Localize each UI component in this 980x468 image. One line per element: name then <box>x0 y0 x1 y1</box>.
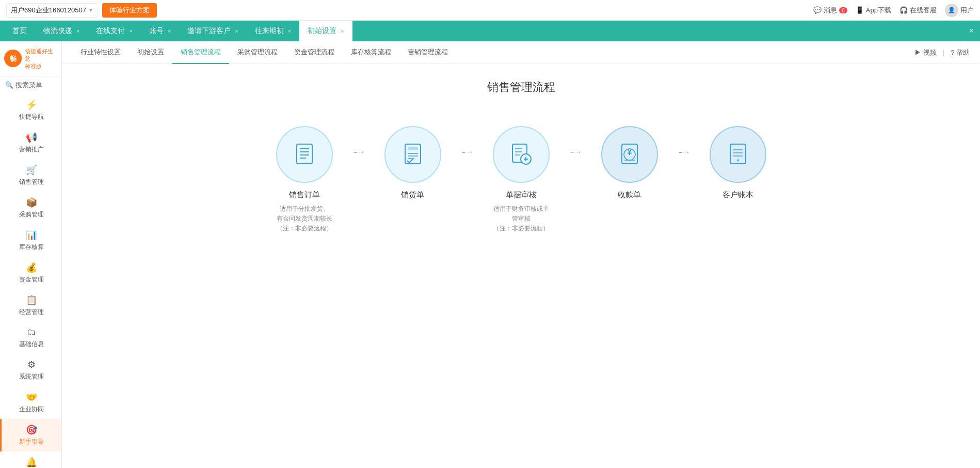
close-account-icon[interactable]: × <box>168 28 171 34</box>
subtab-init[interactable]: 初始设置 <box>129 41 172 64</box>
subtab-purchase-flow[interactable]: 采购管理流程 <box>229 41 286 64</box>
basic-info-label: 基础信息 <box>19 340 44 349</box>
flow-step-ledger: ¥ 客户账本 <box>697 126 779 204</box>
top-bar-left: 用户690企业1660120507 ▼ 体验行业方案 <box>6 3 157 18</box>
subtab-inventory-flow[interactable]: 库存核算流程 <box>343 41 399 64</box>
step4-name: 收款单 <box>618 190 641 200</box>
user-avatar[interactable]: 👤 用户 <box>945 4 974 17</box>
close-init-icon[interactable]: × <box>341 28 344 34</box>
close-period-icon[interactable]: × <box>288 28 291 34</box>
newbie-label: 新手引导 <box>19 438 44 446</box>
flow-circle-ledger: ¥ <box>710 126 766 183</box>
message-badge: 6 <box>839 7 847 13</box>
nav-tab-logistics-label: 物流快递 <box>43 26 72 36</box>
flow-arrow-1: ···→ <box>346 126 372 158</box>
nav-tab-period[interactable]: 往来期初 × <box>247 21 299 41</box>
close-all-tabs-button[interactable]: × <box>969 26 974 36</box>
newbie-icon: 🎯 <box>26 424 37 435</box>
divider: | <box>943 49 944 56</box>
sidebar-item-operation[interactable]: 📋 经营管理 <box>0 289 61 322</box>
subtab-inventory-flow-label: 库存核算流程 <box>351 48 391 56</box>
sidebar-item-basic-info[interactable]: 🗂 基础信息 <box>0 322 61 354</box>
sidebar-item-quick-nav[interactable]: ⚡ 快捷导航 <box>0 94 61 127</box>
step1-desc: 适用于分批发货、有合同发货周期较长（注：非必要流程） <box>277 204 332 234</box>
subtab-industry-label: 行业特性设置 <box>81 48 121 56</box>
subtab-marketing-flow[interactable]: 营销管理流程 <box>399 41 456 64</box>
nav-tab-period-label: 往来期初 <box>255 26 284 36</box>
online-service-button[interactable]: 🎧 在线客服 <box>899 6 937 15</box>
sidebar-item-inventory[interactable]: 📊 库存核算 <box>0 224 61 257</box>
avatar: 👤 <box>945 4 958 17</box>
inventory-icon: 📊 <box>26 229 37 241</box>
close-payment-icon[interactable]: × <box>129 28 132 34</box>
nav-tab-invite[interactable]: 邀请下游客户 × <box>179 21 246 41</box>
nav-tab-home-label: 首页 <box>12 26 27 36</box>
nav-tab-init[interactable]: 初始设置 × <box>299 21 352 41</box>
nav-tab-payment-label: 在线支付 <box>96 26 125 36</box>
arrow-4-icon: ···→ <box>678 147 689 158</box>
logo-text: 畅捷通好生意 标准版 <box>25 48 57 70</box>
message-label: 消息 <box>824 6 837 15</box>
top-bar: 用户690企业1660120507 ▼ 体验行业方案 💬 消息 6 📱 App下… <box>0 0 980 21</box>
sidebar-item-appstore[interactable]: 🔔 应用中心 <box>0 451 61 468</box>
close-logistics-icon[interactable]: × <box>76 28 79 34</box>
subtab-marketing-flow-label: 营销管理流程 <box>408 48 448 56</box>
sidebar-search[interactable]: 🔍 搜索菜单 <box>0 76 61 94</box>
subtab-industry[interactable]: 行业特性设置 <box>72 41 129 64</box>
finance-icon: 💰 <box>26 262 37 273</box>
video-icon: ▶ <box>914 49 921 56</box>
marketing-icon: 📢 <box>26 132 37 143</box>
quick-nav-label: 快捷导航 <box>19 113 44 121</box>
user-name: 用户 <box>960 6 974 15</box>
help-label: 帮助 <box>956 49 970 56</box>
flow-title: 销售管理流程 <box>487 80 555 95</box>
arrow-1-icon: ···→ <box>353 147 364 158</box>
step3-desc: 适用于财务审核或主管审核（注：非必要流程） <box>493 204 549 234</box>
flow-circle-audit <box>493 126 550 183</box>
sidebar-item-system[interactable]: ⚙ 系统管理 <box>0 354 61 386</box>
user-label: 用户690企业1660120507 <box>11 6 86 15</box>
nav-tab-payment[interactable]: 在线支付 × <box>88 21 140 41</box>
message-button[interactable]: 💬 消息 6 <box>813 6 847 15</box>
flow-arrow-3: ···→ <box>563 126 588 158</box>
subtab-finance-flow[interactable]: 资金管理流程 <box>286 41 343 64</box>
nav-tab-home[interactable]: 首页 <box>4 21 35 41</box>
flow-circle-sales-order <box>276 126 333 183</box>
app-download-button[interactable]: 📱 App下载 <box>856 6 891 15</box>
step2-name: 销货单 <box>401 190 424 200</box>
chevron-down-icon: ▼ <box>88 7 93 13</box>
video-help-button[interactable]: ▶ 视频 <box>914 48 937 57</box>
purchase-icon: 📦 <box>26 197 37 208</box>
subtab-finance-flow-label: 资金管理流程 <box>294 48 334 56</box>
user-selector[interactable]: 用户690企业1660120507 ▼ <box>6 3 98 18</box>
nav-tabs: 首页 物流快递 × 在线支付 × 账号 × 邀请下游客户 × 往来期初 × 初始… <box>0 21 980 41</box>
sidebar-item-sales[interactable]: 🛒 销售管理 <box>0 159 61 192</box>
inventory-label: 库存核算 <box>19 243 44 252</box>
subtab-sales-flow[interactable]: 销售管理流程 <box>172 41 229 64</box>
trial-button[interactable]: 体验行业方案 <box>102 3 157 18</box>
close-invite-icon[interactable]: × <box>235 28 238 34</box>
basic-info-icon: 🗂 <box>27 327 36 338</box>
nav-tab-logistics[interactable]: 物流快递 × <box>35 21 88 41</box>
sales-label: 销售管理 <box>19 178 44 186</box>
sidebar-item-marketing[interactable]: 📢 营销推广 <box>0 127 61 159</box>
sidebar-item-enterprise-collab[interactable]: 🤝 企业协同 <box>0 386 61 419</box>
nav-tab-account[interactable]: 账号 × <box>141 21 179 41</box>
sidebar-item-finance[interactable]: 💰 资金管理 <box>0 257 61 289</box>
step3-name: 单据审核 <box>506 190 537 200</box>
app-icon: 📱 <box>856 6 864 14</box>
system-icon: ⚙ <box>27 359 36 370</box>
help-button[interactable]: ? 帮助 <box>951 48 970 57</box>
flow-diagram: 销售订单 适用于分批发货、有合同发货周期较长（注：非必要流程） ···→ <box>83 126 959 234</box>
svg-text:畅: 畅 <box>10 55 17 63</box>
flow-step-sales-order: 销售订单 适用于分批发货、有合同发货周期较长（注：非必要流程） <box>263 126 346 234</box>
sub-tabs: 行业特性设置 初始设置 销售管理流程 采购管理流程 资金管理流程 库存核算流程 <box>62 41 980 64</box>
sidebar-item-purchase[interactable]: 📦 采购管理 <box>0 192 61 224</box>
main-layout: 畅 畅捷通好生意 标准版 🔍 搜索菜单 ⚡ 快捷导航 📢 营销推广 🛒 销售管理… <box>0 41 980 468</box>
enterprise-collab-label: 企业协同 <box>19 405 44 414</box>
svg-rect-2 <box>297 144 312 164</box>
sidebar-item-newbie[interactable]: 🎯 新手引导 <box>0 419 61 451</box>
arrow-2-icon: ···→ <box>461 147 472 158</box>
purchase-label: 采购管理 <box>19 210 44 219</box>
sub-tabs-left: 行业特性设置 初始设置 销售管理流程 采购管理流程 资金管理流程 库存核算流程 <box>72 41 456 64</box>
